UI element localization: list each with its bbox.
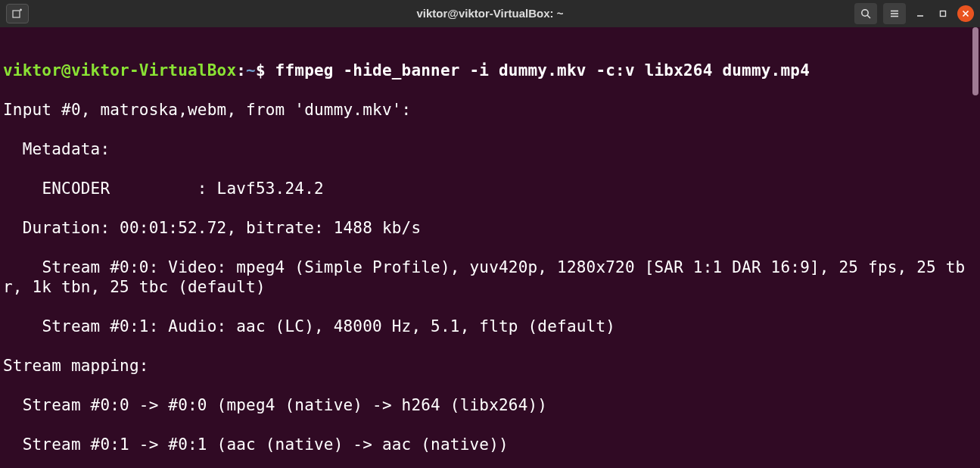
output-line: ENCODER : Lavf53.24.2 [3, 179, 977, 198]
output-line: Stream mapping: [3, 356, 977, 376]
prompt-userhost: viktor@viktor-VirtualBox [3, 61, 236, 80]
minimize-icon [916, 9, 925, 18]
maximize-icon [938, 9, 947, 18]
output-line: Stream #0:1 -> #0:1 (aac (native) -> aac… [3, 435, 977, 454]
svg-rect-0 [13, 11, 20, 17]
new-tab-button[interactable] [6, 4, 29, 23]
svg-line-2 [867, 15, 870, 18]
window-title: viktor@viktor-VirtualBox: ~ [0, 4, 980, 23]
prompt-path: ~ [246, 61, 256, 80]
maximize-button[interactable] [935, 5, 951, 22]
output-line: Stream #0:1: Audio: aac (LC), 48000 Hz, … [3, 317, 977, 336]
new-tab-icon [12, 8, 23, 19]
output-line: Input #0, matroska,webm, from 'dummy.mkv… [3, 100, 977, 120]
command-text: ffmpeg -hide_banner -i dummy.mkv -c:v li… [275, 61, 810, 80]
search-icon [860, 8, 871, 19]
close-icon [962, 10, 969, 17]
hamburger-icon [889, 8, 900, 19]
output-line: Stream #0:0: Video: mpeg4 (Simple Profil… [3, 257, 977, 297]
prompt-sep: : [236, 61, 246, 80]
scrollbar-thumb[interactable] [972, 27, 978, 95]
search-button[interactable] [854, 3, 877, 24]
output-line: Stream #0:0 -> #0:0 (mpeg4 (native) -> h… [3, 395, 977, 415]
output-line: Metadata: [3, 139, 977, 159]
window-titlebar: viktor@viktor-VirtualBox: ~ [0, 0, 980, 27]
minimize-button[interactable] [912, 5, 929, 22]
scrollbar[interactable] [972, 27, 978, 468]
terminal-output[interactable]: viktor@viktor-VirtualBox:~$ ffmpeg -hide… [0, 27, 980, 468]
svg-rect-7 [941, 11, 946, 17]
svg-point-1 [862, 10, 868, 16]
close-button[interactable] [957, 5, 974, 22]
output-line: Duration: 00:01:52.72, bitrate: 1488 kb/… [3, 218, 977, 238]
prompt-symbol: $ [256, 61, 266, 80]
menu-button[interactable] [883, 3, 906, 24]
